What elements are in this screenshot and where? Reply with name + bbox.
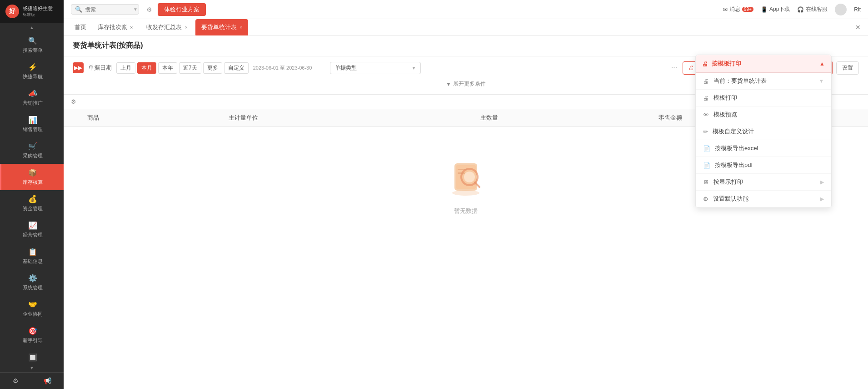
app-download-icon: 📱 — [761, 6, 768, 13]
current-printer-icon: 🖨 — [703, 78, 709, 85]
tab-inventory-batch-close[interactable]: × — [130, 25, 133, 30]
th-product: 商品 — [82, 109, 223, 127]
sidebar-item-sales[interactable]: 📊 销售管理 — [0, 111, 64, 137]
app-logo: 好 畅捷通好生意 标准版 — [0, 0, 64, 23]
window-minimize[interactable]: — — [845, 24, 852, 31]
dropdown-item-display-print[interactable]: 🖥 按显示打印 ▶ — [696, 174, 831, 191]
empty-svg — [443, 154, 489, 200]
dropdown-item-excel[interactable]: 📄 按模板导出excel — [696, 140, 831, 157]
sidebar-item-quick-nav[interactable]: ⚡ 快捷导航 — [0, 58, 64, 85]
dropdown-close-arrow[interactable]: ▲ — [819, 61, 825, 67]
search-menu-icon: 🔍 — [28, 36, 37, 45]
tab-order-stats-label: 要货单统计表 — [201, 23, 237, 31]
basic-info-icon: 📋 — [28, 248, 37, 256]
sidebar-item-marketing[interactable]: 📣 营销推广 — [0, 85, 64, 111]
dropdown-item-pdf[interactable]: 📄 按模板导出pdf — [696, 157, 831, 174]
date-buttons: 上月 本月 本年 近7天 更多 自定义 — [116, 62, 249, 74]
expand-more-button[interactable]: ▼ 展开更多条件 — [442, 78, 489, 90]
page-title: 要货单统计表(按商品) — [73, 41, 859, 51]
sidebar-item-marketing-label: 营销推广 — [23, 100, 43, 106]
topbar-search-icon: 🔍 — [75, 6, 82, 13]
th-checkbox — [64, 109, 82, 127]
sidebar-item-inventory[interactable]: 📦 库存核算 — [0, 164, 64, 190]
expand-more-label: 展开更多条件 — [453, 80, 486, 88]
date-btn-7days[interactable]: 近7天 — [179, 62, 201, 74]
dropdown-item-default-label: 设置默认功能 — [713, 195, 748, 203]
sidebar-item-operations[interactable]: 📈 经营管理 — [0, 217, 64, 243]
date-btn-current-month[interactable]: 本月 — [137, 62, 156, 74]
tab-inventory-batch-label: 库存批次账 — [98, 23, 127, 31]
th-unit: 主计量单位 — [223, 109, 475, 127]
sidebar-item-operations-label: 经营管理 — [23, 232, 43, 238]
sidebar-item-inventory-label: 库存核算 — [23, 179, 43, 186]
table-gear-icon[interactable]: ⚙ — [71, 98, 76, 105]
dropdown-title: 按模板打印 — [712, 60, 741, 68]
guide-icon: 🎯 — [28, 327, 37, 335]
page-header: 要货单统计表(按商品) — [64, 35, 868, 56]
date-range-text: 2023-06-01 至 2023-06-30 — [253, 65, 312, 71]
tab-home[interactable]: 首页 — [71, 20, 90, 34]
dropdown-item-design[interactable]: ✏ 模板自定义设计 — [696, 123, 831, 140]
dropdown-item-print-label: 模板打印 — [713, 94, 737, 102]
display-print-left: 🖥 按显示打印 — [703, 178, 743, 186]
dropdown-item-pdf-label: 按模板导出pdf — [715, 161, 753, 169]
message-badge: 99+ — [742, 7, 753, 12]
online-service-item[interactable]: 🎧 在线客服 — [797, 5, 828, 13]
template-design-icon: ✏ — [703, 128, 708, 135]
tab-inventory-batch[interactable]: 库存批次账 × — [92, 19, 139, 35]
filter-expand-button[interactable]: ▶▶ — [73, 62, 84, 73]
app-download-item[interactable]: 📱 App下载 — [761, 5, 790, 13]
topbar-gear-icon[interactable]: ⚙ — [146, 6, 152, 13]
dropdown-item-preview[interactable]: 👁 模板预览 — [696, 106, 831, 123]
date-btn-more[interactable]: 更多 — [203, 62, 222, 74]
trial-button[interactable]: 体验行业方案 — [158, 3, 206, 16]
sidebar-item-system[interactable]: ⚙️ 系统管理 — [0, 269, 64, 296]
tab-stock-summary[interactable]: 收发存汇总表 × — [140, 19, 193, 35]
topbar-actions: ⚙ — [146, 6, 152, 13]
settings-button[interactable]: 设置 — [836, 61, 859, 75]
dropdown-current-item[interactable]: 🖨 当前：要货单统计表 ▼ — [696, 73, 831, 90]
sidebar-item-basic-info-label: 基础信息 — [23, 258, 43, 265]
dropdown-item-default[interactable]: ⚙ 设置默认功能 ▶ — [696, 191, 831, 207]
date-btn-current-year[interactable]: 本年 — [158, 62, 177, 74]
doc-type-select[interactable]: 单据类型 ▼ — [330, 62, 421, 74]
topbar-search-box[interactable]: 🔍 ▼ — [71, 4, 139, 15]
user-avatar[interactable] — [835, 4, 847, 15]
sidebar-item-quick-nav-label: 快捷导航 — [23, 73, 43, 80]
dropdown-item-print[interactable]: 🖨 模板打印 — [696, 90, 831, 106]
sidebar-scroll-up[interactable]: ▲ — [0, 23, 64, 32]
message-item[interactable]: ✉ 消息 99+ — [723, 5, 753, 13]
sidebar-item-appstore[interactable]: 🔲 应用中心 — [0, 349, 64, 363]
more-actions-icon[interactable]: ··· — [669, 64, 679, 72]
tab-order-stats-close[interactable]: × — [239, 25, 242, 30]
sidebar-item-purchase-label: 采购管理 — [23, 152, 43, 159]
tab-stock-summary-close[interactable]: × — [185, 25, 187, 30]
window-close[interactable]: ✕ — [855, 24, 861, 31]
default-func-icon: ⚙ — [703, 196, 708, 202]
tab-order-stats[interactable]: 要货单统计表 × — [195, 19, 248, 35]
headset-icon: 🎧 — [797, 6, 804, 13]
sidebar-item-collab-label: 企业协同 — [23, 311, 43, 318]
sidebar-scroll-down[interactable]: ▼ — [0, 363, 64, 372]
sidebar-item-search[interactable]: 🔍 搜索菜单 — [0, 32, 64, 58]
topbar-search-input[interactable] — [85, 6, 130, 13]
dropdown-print-icon: 🖨 — [702, 61, 708, 67]
sidebar-item-purchase[interactable]: 🛒 采购管理 — [0, 137, 64, 164]
empty-text: 暂无数据 — [454, 207, 478, 215]
sidebar-item-guide[interactable]: 🎯 新手引导 — [0, 322, 64, 349]
speaker-icon[interactable]: 📢 — [44, 377, 51, 384]
pdf-export-icon: 📄 — [703, 162, 710, 169]
date-btn-prev-month[interactable]: 上月 — [116, 62, 135, 74]
default-func-left: ⚙ 设置默认功能 — [703, 195, 748, 203]
sidebar-item-basic-info[interactable]: 📋 基础信息 — [0, 243, 64, 269]
sidebar-nav: 🔍 搜索菜单 ⚡ 快捷导航 📣 营销推广 📊 销售管理 🛒 采购管理 📦 库存核… — [0, 32, 64, 363]
sidebar-item-collaboration[interactable]: 🤝 企业协同 — [0, 296, 64, 322]
operations-icon: 📈 — [28, 221, 37, 230]
expand-more-icon: ▼ — [446, 81, 451, 87]
topbar-search-dropdown-icon[interactable]: ▼ — [133, 7, 138, 12]
sidebar-item-finance[interactable]: 💰 资金管理 — [0, 190, 64, 217]
topbar-right: ✉ 消息 99+ 📱 App下载 🎧 在线客服 Rit — [723, 4, 861, 15]
settings-bottom-icon[interactable]: ⚙ — [13, 377, 19, 384]
date-btn-custom[interactable]: 自定义 — [224, 62, 249, 74]
message-icon: ✉ — [723, 6, 728, 13]
